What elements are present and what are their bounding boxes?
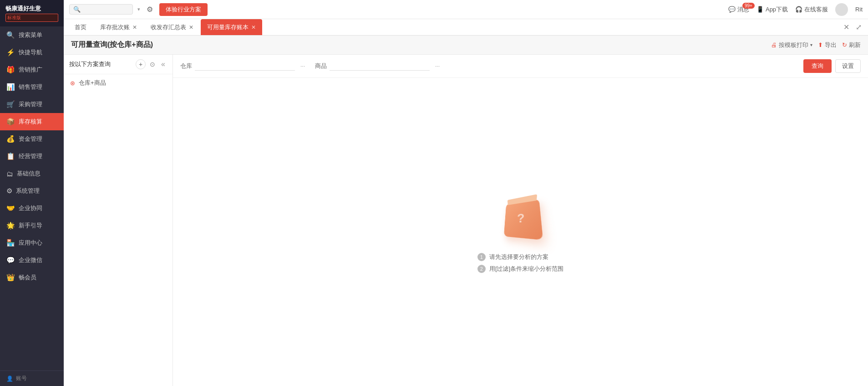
filter-actions: 查询 设置 xyxy=(803,59,861,73)
message-icon: 💬 xyxy=(728,6,736,13)
sidebar-item-wechat[interactable]: 💬 企业微信 xyxy=(0,252,64,269)
gear-icon[interactable]: ⚙ xyxy=(145,3,155,15)
sidebar-label-system: 系统管理 xyxy=(16,187,40,195)
refresh-label: 刷新 xyxy=(849,41,861,49)
sidebar-item-search[interactable]: 🔍 搜索菜单 xyxy=(0,26,64,44)
tab-close-batch[interactable]: ✕ xyxy=(132,24,137,31)
sidebar-item-finance[interactable]: 💰 资金管理 xyxy=(0,130,64,148)
sidebar-icon-appcenter: 🏪 xyxy=(6,239,15,247)
warehouse-filter: 仓库 ··· xyxy=(180,62,308,71)
sidebar-label-purchase: 采购管理 xyxy=(19,100,42,108)
topbar-right: 💬 消息 99+ 📱 App下载 🎧 在线客服 Rit xyxy=(728,3,863,16)
tab-summary[interactable]: 收发存汇总表✕ xyxy=(144,19,200,35)
sidebar-bottom: 👤 账号 xyxy=(0,371,64,386)
search-input[interactable] xyxy=(82,6,119,13)
product-more-button[interactable]: ··· xyxy=(432,62,442,70)
sidebar-bottom-label: 账号 xyxy=(16,375,27,382)
sidebar-item-quicknav[interactable]: ⚡ 快捷导航 xyxy=(0,44,64,61)
message-button[interactable]: 💬 消息 99+ xyxy=(728,5,749,14)
sidebar-label-enterprise: 企业协同 xyxy=(19,204,42,212)
product-input[interactable] xyxy=(330,62,430,71)
sidebar-item-sales[interactable]: 📊 销售管理 xyxy=(0,78,64,96)
sidebar-icon-enterprise: 🤝 xyxy=(6,204,15,212)
sidebar-item-enterprise[interactable]: 🤝 企业协同 xyxy=(0,200,64,217)
settings-scheme-button[interactable]: ⊙ xyxy=(147,59,157,69)
sidebar-icon-sales: 📊 xyxy=(6,83,15,91)
empty-state: 1 请先选择要分析的方案 2 用[过滤]条件来缩小分析范围 xyxy=(173,78,868,386)
warehouse-label: 仓库 xyxy=(180,62,192,70)
sidebar-icon-quicknav: ⚡ xyxy=(6,48,15,57)
app-label: App下载 xyxy=(766,5,788,14)
sidebar-label-operations: 经营管理 xyxy=(19,152,42,160)
sidebar-label-basic: 基础信息 xyxy=(17,170,41,178)
scheme-item-warehouse-product[interactable]: ⊛ 仓库+商品 xyxy=(64,74,173,92)
tab-label-batch: 库存批次账 xyxy=(100,23,130,31)
username-label[interactable]: Rit xyxy=(855,6,863,13)
left-panel-actions: + ⊙ « xyxy=(136,59,167,69)
sidebar-item-operations[interactable]: 📋 经营管理 xyxy=(0,148,64,165)
scheme-item-icon: ⊛ xyxy=(70,80,75,87)
right-panel: 仓库 ··· 商品 ··· 查询 设置 xyxy=(173,55,868,386)
service-button[interactable]: 🎧 在线客服 xyxy=(795,5,828,14)
sidebar-label-newbie: 新手引导 xyxy=(19,221,42,230)
app-icon: 📱 xyxy=(756,6,764,13)
export-button[interactable]: ⬆ 导出 xyxy=(818,41,837,49)
sidebar-item-basic[interactable]: 🗂 基础信息 xyxy=(0,165,64,182)
close-tab-icon[interactable]: ✕ xyxy=(842,22,851,32)
sidebar-icon-marketing: 🎁 xyxy=(6,66,15,74)
sidebar-icon-wechat: 💬 xyxy=(6,256,15,264)
query-button[interactable]: 查询 xyxy=(803,59,832,73)
tab-available[interactable]: 可用量库存账本✕ xyxy=(201,19,262,35)
sidebar-bottom-icon: 👤 xyxy=(6,376,13,382)
tab-home[interactable]: 首页 xyxy=(68,19,93,35)
sidebar-label-quicknav: 快捷导航 xyxy=(19,48,42,57)
tab-close-summary[interactable]: ✕ xyxy=(189,24,193,31)
refresh-icon: ↻ xyxy=(842,41,847,48)
warehouse-input[interactable] xyxy=(195,62,295,71)
setting-button[interactable]: 设置 xyxy=(835,59,861,73)
sidebar-item-newbie[interactable]: 🌟 新手引导 xyxy=(0,217,64,234)
page-actions: 🖨 按模板打印 ▾ ⬆ 导出 ↻ 刷新 xyxy=(771,41,861,49)
page-title: 可用量查询(按仓库+商品) xyxy=(71,40,153,50)
tab-batch[interactable]: 库存批次账✕ xyxy=(94,19,143,35)
search-icon: 🔍 xyxy=(73,6,81,13)
tabs-right-actions: ✕ ⤢ xyxy=(842,22,863,32)
sidebar-label-marketing: 营销推广 xyxy=(19,66,42,74)
hint-num-1: 1 xyxy=(477,253,486,261)
collapse-panel-button[interactable]: « xyxy=(159,59,167,69)
hint-num-2: 2 xyxy=(477,265,486,273)
warehouse-more-button[interactable]: ··· xyxy=(298,62,308,70)
empty-hint-2: 2 用[过滤]条件来缩小分析范围 xyxy=(477,265,563,273)
sidebar-item-system[interactable]: ⚙ 系统管理 xyxy=(0,182,64,200)
chevron-down-icon[interactable]: ▾ xyxy=(137,6,140,12)
filter-bar: 仓库 ··· 商品 ··· 查询 设置 xyxy=(173,55,868,78)
expand-icon[interactable]: ⤢ xyxy=(854,22,863,32)
sidebar-item-vip[interactable]: 👑 畅会员 xyxy=(0,269,64,286)
tab-label-available: 可用量库存账本 xyxy=(207,23,249,31)
empty-hint-1-text: 请先选择要分析的方案 xyxy=(489,253,548,261)
sidebar-icon-finance: 💰 xyxy=(6,135,15,143)
trial-button[interactable]: 体验行业方案 xyxy=(159,3,208,16)
product-filter: 商品 ··· xyxy=(315,62,442,71)
empty-hints: 1 请先选择要分析的方案 2 用[过滤]条件来缩小分析范围 xyxy=(477,253,563,273)
print-chevron-icon: ▾ xyxy=(810,42,812,47)
tab-close-available[interactable]: ✕ xyxy=(251,24,256,31)
sidebar-label-search: 搜索菜单 xyxy=(19,31,42,39)
print-label: 按模板打印 xyxy=(779,41,808,49)
app-download-button[interactable]: 📱 App下载 xyxy=(756,5,788,14)
sidebar-icon-inventory: 📦 xyxy=(6,118,15,126)
content-area: 按以下方案查询 + ⊙ « ⊛ 仓库+商品 仓库 ··· xyxy=(64,55,868,386)
add-scheme-button[interactable]: + xyxy=(136,59,146,69)
page-header: 可用量查询(按仓库+商品) 🖨 按模板打印 ▾ ⬆ 导出 ↻ 刷新 xyxy=(64,36,868,55)
topbar-search-box[interactable]: 🔍 xyxy=(69,4,133,15)
print-button[interactable]: 🖨 按模板打印 ▾ xyxy=(771,41,812,49)
sidebar-item-purchase[interactable]: 🛒 采购管理 xyxy=(0,96,64,113)
service-label: 在线客服 xyxy=(804,5,828,14)
sidebar-label-inventory: 库存核算 xyxy=(19,118,42,126)
sidebar-item-inventory[interactable]: 📦 库存核算 xyxy=(0,113,64,130)
sidebar-item-appcenter[interactable]: 🏪 应用中心 xyxy=(0,234,64,252)
export-icon: ⬆ xyxy=(818,41,823,48)
refresh-button[interactable]: ↻ 刷新 xyxy=(842,41,861,49)
sidebar-icon-newbie: 🌟 xyxy=(6,221,15,230)
sidebar-item-marketing[interactable]: 🎁 营销推广 xyxy=(0,61,64,78)
